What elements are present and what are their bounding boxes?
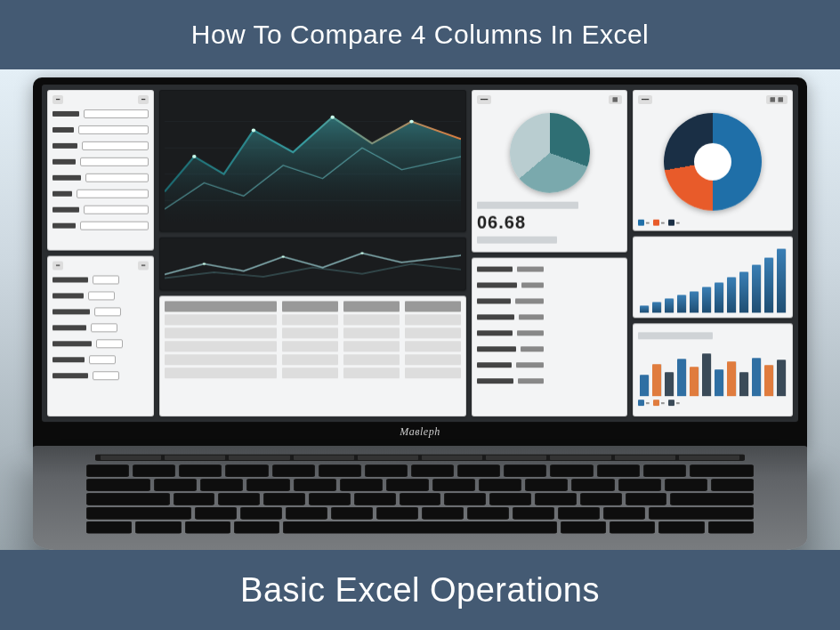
- laptop-brand-logo: Mавlерh: [42, 425, 798, 439]
- keyboard: [86, 464, 754, 533]
- dashboard-screen: ━━ ━━: [42, 85, 798, 422]
- svg-point-5: [252, 128, 255, 132]
- donut-chart-icon: [664, 113, 762, 211]
- line-chart-icon: [165, 243, 461, 286]
- laptop: ━━ ━━: [33, 77, 807, 550]
- bar-chart-icon: [638, 242, 788, 313]
- right-column-1: ━━▦ 06.68: [472, 90, 627, 416]
- grouped-bars-panel: ━ ━ ━: [633, 323, 793, 416]
- list-panel-top: ━━: [47, 90, 154, 251]
- svg-point-10: [360, 252, 363, 254]
- big-number: 06.68: [477, 213, 622, 233]
- svg-point-7: [409, 120, 413, 124]
- bottom-title-text: Basic Excel Operations: [240, 571, 600, 609]
- grouped-bar-chart-icon: [638, 343, 788, 396]
- right-column-2: ━━▦ ▦ ━ ━ ━: [633, 90, 793, 416]
- svg-point-4: [192, 155, 196, 158]
- screen-bezel: ━━ ━━: [33, 77, 807, 451]
- center-column: [159, 90, 466, 416]
- bottom-title-banner: Basic Excel Operations: [0, 550, 840, 630]
- top-title-banner: How To Compare 4 Columns In Excel: [0, 0, 840, 69]
- left-column: ━━ ━━: [47, 90, 154, 416]
- growing-bars-panel: [633, 237, 793, 319]
- laptop-scene: ━━ ━━: [0, 69, 840, 550]
- data-table: [165, 301, 461, 378]
- area-chart-panel: [159, 90, 466, 232]
- laptop-keyboard-deck: [33, 446, 807, 550]
- svg-point-8: [203, 262, 206, 264]
- donut-panel: ━━▦ ▦ ━ ━ ━: [633, 90, 793, 231]
- donut-legend: ━ ━ ━: [638, 220, 788, 226]
- panel-header: ━━: [52, 95, 149, 104]
- touchbar: [95, 455, 745, 461]
- small-line-chart-panel: [159, 238, 466, 291]
- pie-chart-icon: [510, 113, 590, 193]
- svg-point-6: [330, 116, 334, 119]
- data-table-panel: [159, 295, 466, 416]
- pie-small-panel: ━━▦ 06.68: [472, 90, 627, 253]
- list-panel-bottom: ━━: [47, 256, 154, 417]
- area-chart-icon: [165, 95, 461, 227]
- grouped-legend: ━ ━ ━: [638, 400, 788, 406]
- panel-header: ━━: [52, 262, 149, 271]
- stats-list-panel: [472, 258, 627, 417]
- svg-point-9: [282, 255, 285, 257]
- top-title-text: How To Compare 4 Columns In Excel: [191, 20, 650, 49]
